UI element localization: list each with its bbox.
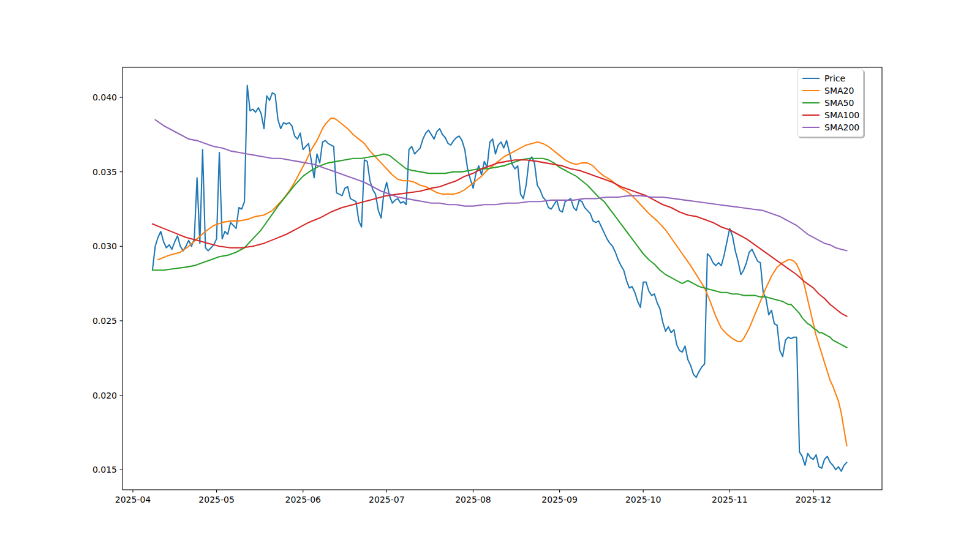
y-tick-label: 0.030: [92, 241, 117, 251]
sma100-line-swatch: [802, 114, 820, 116]
legend-label: SMA20: [824, 84, 854, 97]
legend-label: SMA50: [824, 97, 854, 109]
price-line-swatch: [802, 78, 820, 79]
legend-item-sma50: SMA50: [802, 97, 858, 109]
sma50-line: [153, 154, 847, 348]
x-tick-label: 2025-04: [115, 495, 151, 504]
x-tick-label: 2025-11: [712, 495, 748, 504]
legend[interactable]: Price SMA20 SMA50 SMA100 SMA200: [797, 69, 864, 137]
legend-item-sma200: SMA200: [802, 121, 858, 133]
y-tick-label: 0.015: [92, 465, 117, 474]
x-tick-label: 2025-08: [455, 495, 491, 504]
y-tick-label: 0.040: [92, 92, 117, 102]
x-tick-label: 2025-06: [285, 495, 321, 504]
sma200-line-swatch: [802, 127, 820, 128]
legend-item-sma20: SMA20: [802, 84, 858, 97]
y-tick-label: 0.035: [92, 167, 117, 177]
x-tick-label: 2025-07: [369, 495, 405, 504]
x-tick-label: 2025-05: [198, 495, 235, 504]
y-tick-label: 0.025: [92, 316, 117, 326]
legend-label: SMA200: [824, 121, 859, 133]
sma20-line: [158, 118, 847, 446]
axes-frame: [123, 67, 882, 490]
legend-label: SMA100: [824, 109, 859, 121]
x-tick-label: 2025-12: [796, 495, 832, 504]
y-tick-label: 0.020: [92, 391, 117, 400]
sma200-line: [155, 120, 846, 251]
x-tick-label: 2025-09: [541, 495, 578, 504]
price-line: [153, 86, 847, 471]
legend-item-sma100: SMA100: [802, 109, 858, 121]
sma100-line: [153, 160, 847, 317]
legend-item-price: Price: [802, 72, 858, 84]
legend-label: Price: [824, 72, 845, 84]
sma20-line-swatch: [802, 90, 820, 91]
sma50-line-swatch: [802, 102, 820, 103]
x-tick-label: 2025-10: [625, 495, 662, 504]
figure: 2025-042025-052025-062025-072025-082025-…: [0, 0, 980, 551]
